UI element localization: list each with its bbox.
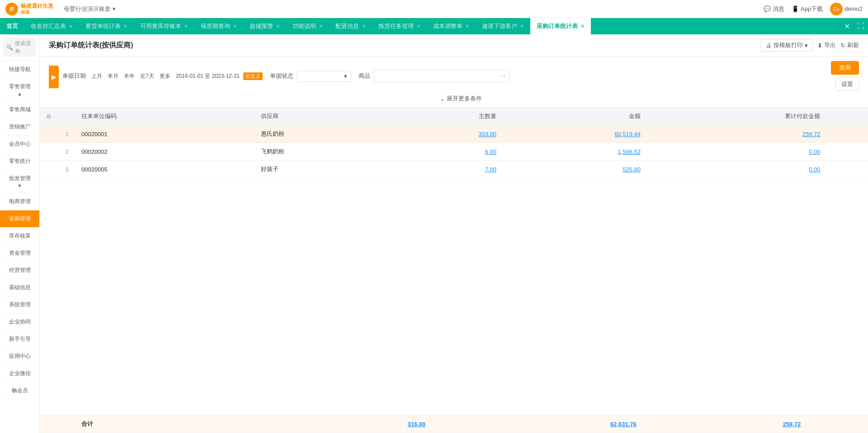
close-icon[interactable]: ✕ bbox=[362, 24, 366, 29]
table-footer: 合计 316.00 62,631.76 259.72 bbox=[40, 415, 868, 433]
cell-amount[interactable]: 1,586.52 bbox=[502, 143, 646, 161]
cell-unit-code: 00020001 bbox=[76, 125, 255, 143]
page-title-row: 采购订单统计表(按供应商) 🖨 按模板打印 ▾ ⬇ 导出 ↻ 刷新 bbox=[49, 39, 859, 52]
top-bar-right: 💬 消息 📱 App下载 Ea demo2 bbox=[764, 3, 863, 15]
sidebar-item-retail[interactable]: 零售管理 ▲ bbox=[0, 78, 39, 101]
tab-available-stock[interactable]: 可用量库存账本 ✕ bbox=[134, 18, 194, 34]
cell-paid[interactable]: 259.72 bbox=[646, 125, 826, 143]
data-table-container: ⚙ 往来单位编码 供应商 主数量 金额 累计付款金额 1 bbox=[40, 108, 868, 415]
sidebar-item-member[interactable]: 会员中心 bbox=[0, 136, 39, 153]
phone-icon: 📱 bbox=[792, 5, 799, 12]
sidebar-item-retail-shop[interactable]: 零售商城 bbox=[0, 101, 39, 119]
export-button[interactable]: ⬇ 导出 bbox=[817, 41, 836, 49]
goods-input[interactable]: ··· bbox=[374, 70, 509, 82]
chevron-down-icon: ▼ bbox=[18, 183, 22, 188]
tab-config-info[interactable]: 配置信息 ✕ bbox=[329, 18, 372, 34]
sidebar-item-wholesale[interactable]: 批发管理 ▼ bbox=[0, 170, 39, 193]
shortcut-last-month[interactable]: 上月 bbox=[90, 71, 104, 81]
footer-paid: 259.72 bbox=[642, 415, 806, 433]
tab-function-desc[interactable]: 功能说明 ✕ bbox=[286, 18, 329, 34]
sidebar-item-marketing[interactable]: 营销推广 bbox=[0, 119, 39, 136]
sidebar-item-system[interactable]: 系统管理 bbox=[0, 296, 39, 314]
header-actions: 🖨 按模板打印 ▾ ⬇ 导出 ↻ 刷新 bbox=[761, 39, 859, 52]
close-icon[interactable]: ✕ bbox=[416, 24, 420, 29]
tab-overstock-warning[interactable]: 超储预警 ✕ bbox=[243, 18, 286, 34]
main-layout: 🔍 搜索菜单 快捷导航 零售管理 ▲ 零售商城 营销推广 会员中心 零售统计 批… bbox=[0, 34, 868, 433]
cell-index: 2 bbox=[58, 143, 76, 161]
page-header: 采购订单统计表(按供应商) 🖨 按模板打印 ▾ ⬇ 导出 ↻ 刷新 bbox=[40, 34, 868, 57]
footer-row: 合计 316.00 62,631.76 259.72 bbox=[40, 415, 868, 433]
tab-home[interactable]: 首页 bbox=[0, 18, 24, 34]
company-selector[interactable]: 母婴行业演示账套 ▾ bbox=[58, 5, 116, 13]
sidebar-item-member2[interactable]: 畅会员 bbox=[0, 382, 39, 400]
tab-invite-downstream[interactable]: 邀请下游客户 ✕ bbox=[476, 18, 530, 34]
nav-expand-button[interactable]: ⛶ bbox=[854, 18, 868, 34]
nav-close-button[interactable]: ✕ bbox=[840, 18, 854, 34]
sidebar: 🔍 搜索菜单 快捷导航 零售管理 ▲ 零售商城 营销推广 会员中心 零售统计 批… bbox=[0, 34, 40, 433]
cell-amount[interactable]: 525.80 bbox=[502, 161, 646, 178]
table-header-row: ⚙ 往来单位编码 供应商 主数量 金额 累计付款金额 bbox=[40, 108, 868, 125]
tab-cost-adjust[interactable]: 成本调整单 ✕ bbox=[427, 18, 476, 34]
chevron-down-icon: ▾ bbox=[344, 73, 347, 80]
sidebar-item-purchase[interactable]: 采购管理 bbox=[0, 210, 39, 228]
shortcut-this-month[interactable]: 本月 bbox=[106, 71, 120, 81]
tab-purchase-summary[interactable]: 采购订单统计表 ✕ bbox=[530, 18, 591, 34]
cell-paid[interactable]: 0.00 bbox=[646, 161, 826, 178]
cell-paid[interactable]: 0.00 bbox=[646, 143, 826, 161]
sidebar-item-retail-stat[interactable]: 零售统计 bbox=[0, 153, 39, 170]
settings-button[interactable]: 设置 bbox=[835, 77, 859, 91]
tab-storage-task[interactable]: 拣货任务管理 ✕ bbox=[372, 18, 427, 34]
close-icon[interactable]: ✕ bbox=[580, 24, 585, 29]
tab-validity-query[interactable]: 保质期查询 ✕ bbox=[194, 18, 243, 34]
close-icon[interactable]: ✕ bbox=[520, 24, 524, 29]
goods-filter-group: 商品 ··· bbox=[359, 70, 509, 82]
close-icon[interactable]: ✕ bbox=[184, 24, 188, 29]
user-profile[interactable]: Ea demo2 bbox=[830, 3, 863, 15]
print-button[interactable]: 🖨 按模板打印 ▾ bbox=[761, 39, 813, 52]
sidebar-item-newbie[interactable]: 新手引导 bbox=[0, 331, 39, 348]
sidebar-item-inventory[interactable]: 库存核算 bbox=[0, 228, 39, 245]
query-button[interactable]: 查询 bbox=[831, 61, 859, 75]
cell-index: 3 bbox=[58, 161, 76, 178]
message-button[interactable]: 💬 消息 bbox=[764, 5, 784, 13]
sidebar-item-ecommerce[interactable]: 电商管理 bbox=[0, 193, 39, 210]
close-icon[interactable]: ✕ bbox=[69, 24, 73, 29]
filter-toggle[interactable]: ▶ bbox=[49, 66, 59, 88]
tab-demand-summary[interactable]: 要货单统计表 ✕ bbox=[79, 18, 134, 34]
col-unit-code: 往来单位编码 bbox=[76, 108, 255, 125]
close-icon[interactable]: ✕ bbox=[233, 24, 237, 29]
refresh-button[interactable]: ↻ 刷新 bbox=[840, 41, 859, 49]
app-download-button[interactable]: 📱 App下载 bbox=[792, 5, 823, 13]
sidebar-item-finance[interactable]: 资金管理 bbox=[0, 245, 39, 262]
sidebar-item-operation[interactable]: 经营管理 bbox=[0, 262, 39, 279]
table-row[interactable]: 2 00020002 飞鹤奶粉 6.00 1,586.52 0.00 bbox=[40, 143, 868, 161]
footer-cell-index bbox=[58, 415, 76, 433]
cell-amount[interactable]: 60,519.44 bbox=[502, 125, 646, 143]
sidebar-item-basics[interactable]: 基础信息 bbox=[0, 279, 39, 296]
cell-supplier: 飞鹤奶粉 bbox=[255, 143, 389, 161]
cell-qty[interactable]: 6.00 bbox=[390, 143, 502, 161]
table-row[interactable]: 1 00020001 惠氏奶粉 303.00 60,519.44 259.72 bbox=[40, 125, 868, 143]
expand-more-button[interactable]: ⌄ 展开更多条件 bbox=[440, 95, 482, 103]
sidebar-search-box[interactable]: 🔍 搜索菜单 bbox=[3, 38, 37, 57]
close-icon[interactable]: ✕ bbox=[319, 24, 323, 29]
sidebar-item-cooperation[interactable]: 企业协同 bbox=[0, 314, 39, 331]
settings-icon[interactable]: ⚙ bbox=[46, 113, 52, 120]
tab-receive-summary[interactable]: 收发存汇总表 ✕ bbox=[24, 18, 79, 34]
table-row[interactable]: 3 00020005 好孩子 7.00 525.80 0.00 bbox=[40, 161, 868, 178]
close-icon[interactable]: ✕ bbox=[123, 24, 127, 29]
sidebar-item-wechat[interactable]: 企业微信 bbox=[0, 365, 39, 382]
shortcut-this-year[interactable]: 本年 bbox=[122, 71, 137, 81]
date-range-display: 2016-01-01 至 2023-12-31 bbox=[176, 72, 240, 80]
cell-qty[interactable]: 303.00 bbox=[390, 125, 502, 143]
chevron-down-icon: ⌄ bbox=[440, 95, 445, 102]
sidebar-item-quick-nav[interactable]: 快捷导航 bbox=[0, 61, 39, 78]
close-icon[interactable]: ✕ bbox=[276, 24, 280, 29]
shortcut-more[interactable]: 更多 bbox=[158, 71, 172, 81]
close-icon[interactable]: ✕ bbox=[465, 24, 469, 29]
more-options-icon[interactable]: ··· bbox=[500, 72, 505, 80]
shortcut-7days[interactable]: 近7天 bbox=[138, 71, 156, 81]
sidebar-item-app-center[interactable]: 应用中心 bbox=[0, 348, 39, 365]
cell-qty[interactable]: 7.00 bbox=[390, 161, 502, 178]
status-select[interactable]: ▾ bbox=[297, 71, 351, 82]
